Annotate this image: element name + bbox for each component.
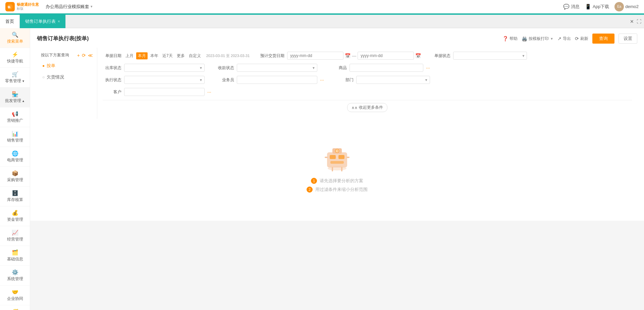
print-button[interactable]: 🖨️ 按模板打印 ▼ [522, 36, 553, 42]
sidebar-item-system[interactable]: ⚙️ 系统管理 [0, 266, 30, 286]
sidebar-item-ecommerce[interactable]: 🌐 电商管理 [0, 147, 30, 167]
filter-group-status: 单据状态 ▼ [432, 52, 527, 60]
print-icon: 🖨️ [522, 36, 527, 41]
department-select[interactable] [356, 76, 430, 84]
tab-close-window-icon[interactable]: ✕ [630, 19, 634, 24]
page-title-row: 销售订单执行表(按单) ❓ 帮助 🖨️ 按模板打印 ▼ ↗ [37, 34, 637, 44]
help-icon: ❓ [502, 36, 508, 41]
set-button[interactable]: 设置 [619, 34, 637, 44]
collapse-button[interactable]: ∧∧ 收起更多条件 [347, 103, 387, 112]
sidebar-item-purchase-label: 采购管理 [2, 177, 28, 183]
product-more-icon[interactable]: ··· [426, 65, 430, 70]
content-area: 销售订单执行表(按单) ❓ 帮助 🖨️ 按模板打印 ▼ ↗ [30, 28, 644, 310]
execute-status-select[interactable] [124, 76, 205, 84]
scheme-item-order[interactable]: ● 按单 [37, 60, 97, 71]
receipt-status-label: 收款状态 [215, 65, 234, 71]
date-tab-custom[interactable]: 自定义 [187, 52, 202, 59]
sidebar-item-marketing[interactable]: 📢 营销推广 [0, 107, 30, 127]
add-scheme-icon[interactable]: + [77, 53, 80, 58]
calendar-from-icon[interactable]: 📅 [345, 53, 351, 58]
sidebar-item-wholesale[interactable]: 🏪 批发管理▲ [0, 88, 30, 107]
sidebar-item-operation[interactable]: 📈 经营管理 [0, 226, 30, 246]
svg-rect-3 [327, 152, 347, 167]
status-select-wrapper: ▼ [453, 52, 527, 60]
forecast-date-to-input[interactable] [358, 52, 414, 60]
page-content: 销售订单执行表(按单) ❓ 帮助 🖨️ 按模板打印 ▼ ↗ [30, 28, 644, 310]
sidebar-item-basic[interactable]: 🗂️ 基础信息 [0, 246, 30, 266]
sidebar-item-wholesale-label: 批发管理▲ [2, 98, 28, 104]
scheme-order-label: 按单 [47, 63, 55, 69]
help-label: 帮助 [509, 36, 518, 42]
filter-row-4: 客户 ··· [103, 88, 632, 96]
ecommerce-icon: 🌐 [2, 150, 28, 157]
top-bar: 畅 畅捷通好生意 标版 办公用品行业模拟账套 ▾ 💬 消息 📱 App下载 Ea… [0, 0, 644, 13]
empty-step-1: 1 请先选择要分析的方案 [311, 178, 363, 184]
date-tab-more[interactable]: 更多 [175, 52, 186, 59]
system-icon: ⚙️ [2, 269, 28, 275]
sidebar-item-purchase[interactable]: 📦 采购管理 [0, 167, 30, 187]
forecast-date-from-input[interactable] [287, 52, 343, 60]
sidebar-item-inventory[interactable]: 🗄️ 库存核算 [0, 187, 30, 206]
main-layout: 🔍 搜索菜单 ⚡ 快捷导航 🛒 零售管理▼ 🏪 批发管理▲ 📢 营销推广 📊 销… [0, 28, 644, 310]
retail-icon: 🛒 [2, 71, 28, 78]
filter-group-forecast-date: 预计交货日期 📅 — 📅 [260, 52, 421, 60]
sidebar-item-search[interactable]: 🔍 搜索菜单 [0, 28, 30, 48]
date-tab-last-month[interactable]: 上月 [124, 52, 135, 59]
status-select[interactable] [453, 52, 527, 60]
sidebar: 🔍 搜索菜单 ⚡ 快捷导航 🛒 零售管理▼ 🏪 批发管理▲ 📢 营销推广 📊 销… [0, 28, 30, 310]
date-tab-7days[interactable]: 近7天 [161, 52, 174, 59]
filter-group-product: 商品 ··· [328, 64, 430, 72]
tab-home[interactable]: 首页 [0, 15, 20, 28]
scheme-item-shortage[interactable]: ○ 欠货情况 [37, 71, 97, 83]
salesperson-more-icon[interactable]: ··· [320, 77, 324, 83]
top-bar-right: 💬 消息 📱 App下载 Ea demo2 [563, 2, 639, 11]
out-status-label: 出库状态 [103, 65, 121, 71]
sidebar-item-cooperation[interactable]: 🤝 企业协同 [0, 286, 30, 305]
logo-text: 畅捷通好生意 [17, 2, 39, 7]
help-button[interactable]: ❓ 帮助 [502, 36, 518, 42]
empty-step-2: 2 用过滤条件来缩小分析范围 [307, 187, 368, 193]
sidebar-item-finance[interactable]: 💰 资金管理 [0, 206, 30, 226]
left-panel-icons: + ⟳ ≪ [77, 53, 93, 58]
breadcrumb[interactable]: 办公用品行业模拟账套 ▾ [46, 4, 93, 10]
collapse-button-label: 收起更多条件 [359, 105, 383, 110]
execute-status-label: 执行状态 [103, 77, 121, 83]
sidebar-item-guide[interactable]: 🧭 新手引导 [0, 305, 30, 310]
receipt-status-select[interactable] [237, 64, 317, 72]
date-tab-this-year[interactable]: 本年 [149, 52, 160, 59]
filter-row-3: 执行状态 ▼ 业务员 ··· [103, 76, 632, 84]
salesperson-label: 业务员 [215, 77, 234, 83]
refresh-button[interactable]: ⟳ 刷新 [575, 36, 588, 42]
step2-number: 2 [307, 187, 313, 193]
message-button[interactable]: 💬 消息 [563, 4, 580, 10]
breadcrumb-text: 办公用品行业模拟账套 [46, 4, 89, 10]
print-arrow-icon: ▼ [550, 37, 553, 41]
tab-close-icon[interactable]: × [58, 19, 60, 24]
inventory-icon: 🗄️ [2, 190, 28, 196]
query-button[interactable]: 查询 [592, 34, 614, 44]
customer-more-icon[interactable]: ··· [207, 89, 211, 95]
app-download-icon: 📱 [585, 4, 591, 10]
product-label: 商品 [328, 65, 347, 71]
user-avatar-area[interactable]: Ea demo2 [614, 2, 639, 11]
calendar-to-icon[interactable]: 📅 [415, 53, 421, 58]
collapse-panel-icon[interactable]: ≪ [88, 53, 93, 58]
sales-icon: 📊 [2, 131, 28, 137]
refresh-scheme-icon[interactable]: ⟳ [82, 53, 86, 58]
tab-maximize-icon[interactable]: ⛶ [637, 19, 641, 24]
app-download-button[interactable]: 📱 App下载 [585, 4, 609, 10]
sidebar-item-quick-nav[interactable]: ⚡ 快捷导航 [0, 48, 30, 68]
tab-sales-order[interactable]: 销售订单执行表 × [20, 15, 66, 28]
svg-rect-5 [338, 155, 344, 159]
product-input[interactable] [350, 64, 423, 72]
out-status-select[interactable] [124, 64, 205, 72]
salesperson-input[interactable] [237, 76, 317, 84]
export-button[interactable]: ↗ 导出 [557, 36, 571, 42]
sidebar-item-finance-label: 资金管理 [2, 217, 28, 222]
sidebar-item-sales[interactable]: 📊 销售管理 [0, 127, 30, 147]
sidebar-item-operation-label: 经营管理 [2, 237, 28, 242]
customer-input[interactable] [124, 88, 205, 96]
sidebar-item-basic-label: 基础信息 [2, 256, 28, 262]
date-tab-this-month[interactable]: 本月 [136, 52, 148, 59]
sidebar-item-retail[interactable]: 🛒 零售管理▼ [0, 68, 30, 88]
